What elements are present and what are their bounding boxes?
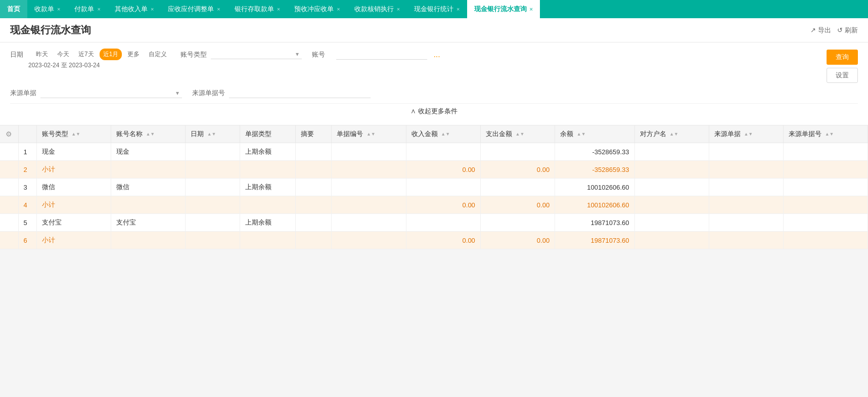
nav-item-ar-ap-adjust[interactable]: 应收应付调整单 ×	[161, 0, 227, 18]
table-cell	[296, 179, 332, 196]
refresh-icon: ↺	[837, 26, 843, 34]
table-row[interactable]: 6小计0.000.0019871073.60	[0, 232, 868, 249]
refresh-button[interactable]: ↺ 刷新	[837, 26, 858, 35]
export-button[interactable]: ↗ 导出	[810, 26, 831, 35]
col-income[interactable]: 收入金额 ▲▼	[406, 125, 480, 143]
table-row[interactable]: 1现金现金上期余额-3528659.33	[0, 143, 868, 161]
table-cell: 现金	[36, 143, 111, 161]
table-cell: 0.00	[480, 232, 555, 249]
col-counterparty[interactable]: 对方户名 ▲▼	[634, 125, 709, 143]
date-btn-today[interactable]: 今天	[54, 49, 73, 60]
table-row[interactable]: 4小计0.000.00100102606.60	[0, 196, 868, 214]
account-more-icon[interactable]: ...	[433, 50, 440, 59]
nav-item-writeoff[interactable]: 收款核销执行 ×	[347, 0, 407, 18]
table-cell	[480, 179, 555, 196]
top-nav: 首页 收款单 × 付款单 × 其他收入单 × 应收应付调整单 × 银行存取款单 …	[0, 0, 868, 18]
col-expense[interactable]: 支出金额 ▲▼	[480, 125, 555, 143]
table-cell	[634, 161, 709, 179]
table-cell	[709, 214, 783, 232]
col-source-doc-num[interactable]: 来源单据号 ▲▼	[784, 125, 868, 143]
sort-doc-num-icon: ▲▼	[367, 132, 376, 137]
table-cell	[784, 196, 868, 214]
table-cell: 19871073.60	[555, 232, 634, 249]
table-cell	[240, 196, 296, 214]
table-cell: 小计	[36, 232, 111, 249]
sort-expense-icon: ▲▼	[515, 132, 524, 137]
table-row[interactable]: 3微信微信上期余额100102606.60	[0, 179, 868, 196]
page-header: 现金银行流水查询 ↗ 导出 ↺ 刷新	[0, 18, 868, 42]
close-payment-icon[interactable]: ×	[97, 0, 100, 18]
nav-item-cash-flow[interactable]: 现金银行流水查询 ×	[467, 0, 540, 18]
table-cell	[111, 196, 185, 214]
table-cell	[296, 196, 332, 214]
table-cell: -3528659.33	[555, 143, 634, 161]
account-type-select[interactable]: ▾	[211, 50, 302, 59]
nav-item-cash-stat[interactable]: 现金银行统计 ×	[407, 0, 467, 18]
date-btn-yesterday[interactable]: 昨天	[32, 49, 52, 60]
table-cell	[784, 143, 868, 161]
date-filter-block: 日期 昨天 今天 近7天 近1月 更多 自定义 2023-02-24 至 202…	[10, 49, 170, 70]
table-cell	[111, 232, 185, 249]
col-doc-num[interactable]: 单据编号 ▲▼	[332, 125, 406, 143]
table-cell	[480, 214, 555, 232]
col-source-doc[interactable]: 来源单据 ▲▼	[709, 125, 783, 143]
nav-item-payment[interactable]: 付款单 ×	[67, 0, 107, 18]
table-cell	[784, 214, 868, 232]
close-ar-ap-icon[interactable]: ×	[217, 0, 220, 18]
table-cell: 1	[18, 143, 36, 161]
account-input[interactable]	[336, 50, 427, 60]
table-cell: 100102606.60	[555, 179, 634, 196]
col-date[interactable]: 日期 ▲▼	[186, 125, 240, 143]
table-cell: 支付宝	[36, 214, 111, 232]
table-cell	[332, 214, 406, 232]
table-row[interactable]: 5支付宝支付宝上期余额19871073.60	[0, 214, 868, 232]
table-cell	[296, 214, 332, 232]
settings-button[interactable]: 设置	[827, 68, 858, 83]
table-cell	[634, 196, 709, 214]
account-type-arrow-icon: ▾	[296, 51, 299, 58]
table-cell: 上期余额	[240, 179, 296, 196]
col-account-type[interactable]: 账号类型 ▲▼	[36, 125, 111, 143]
export-icon: ↗	[810, 26, 816, 34]
source-doc-num-input[interactable]	[229, 88, 371, 98]
close-cash-flow-icon[interactable]: ×	[530, 0, 533, 18]
date-btn-custom[interactable]: 自定义	[145, 49, 170, 60]
table-row[interactable]: 2小计0.000.00-3528659.33	[0, 161, 868, 179]
date-btn-more[interactable]: 更多	[124, 49, 143, 60]
table-cell	[0, 179, 18, 196]
nav-item-pre-receipt[interactable]: 预收冲应收单 ×	[287, 0, 347, 18]
table-settings-icon[interactable]: ⚙	[6, 130, 12, 138]
close-pre-receipt-icon[interactable]: ×	[337, 0, 340, 18]
header-actions: ↗ 导出 ↺ 刷新	[810, 26, 858, 35]
table-cell	[186, 214, 240, 232]
close-receipt-icon[interactable]: ×	[57, 0, 60, 18]
source-doc-select[interactable]: ▾	[40, 89, 182, 98]
table-cell: 小计	[36, 196, 111, 214]
close-other-income-icon[interactable]: ×	[151, 0, 154, 18]
table-cell	[296, 161, 332, 179]
collapse-button[interactable]: ∧ 收起更多条件	[10, 103, 858, 119]
source-doc-arrow-icon: ▾	[176, 90, 179, 97]
close-cash-stat-icon[interactable]: ×	[456, 0, 460, 18]
nav-item-other-income[interactable]: 其他收入单 ×	[108, 0, 161, 18]
col-balance[interactable]: 余额 ▲▼	[555, 125, 634, 143]
date-btn-7days[interactable]: 近7天	[75, 49, 98, 60]
sort-account-type-icon: ▲▼	[71, 132, 80, 137]
table-cell: 5	[18, 214, 36, 232]
table-cell: 微信	[111, 179, 185, 196]
query-button[interactable]: 查询	[827, 50, 858, 65]
col-settings: ⚙	[0, 125, 18, 143]
sort-income-icon: ▲▼	[441, 132, 450, 137]
date-btn-1month[interactable]: 近1月	[100, 49, 122, 60]
nav-item-home[interactable]: 首页	[0, 0, 27, 18]
nav-item-bank-deposit[interactable]: 银行存取款单 ×	[227, 0, 287, 18]
nav-item-receipt[interactable]: 收款单 ×	[27, 0, 67, 18]
col-account-name[interactable]: 账号名称 ▲▼	[111, 125, 185, 143]
col-index	[18, 125, 36, 143]
close-writeoff-icon[interactable]: ×	[397, 0, 400, 18]
col-doc-type: 单据类型	[240, 125, 296, 143]
table-cell	[332, 143, 406, 161]
table-cell	[0, 143, 18, 161]
table-cell	[634, 179, 709, 196]
close-bank-icon[interactable]: ×	[277, 0, 280, 18]
